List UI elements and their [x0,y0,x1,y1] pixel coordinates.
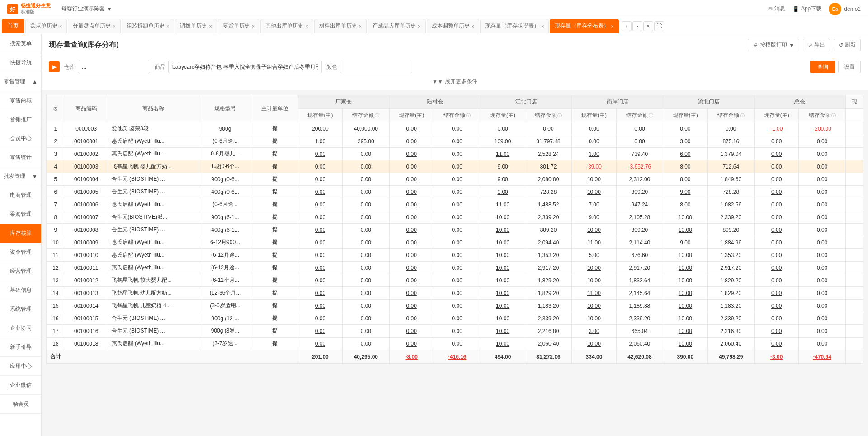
cell-cc-qty[interactable]: 0.00 [298,186,342,198]
cell-zc-qty[interactable]: 0.00 [755,211,799,224]
sidebar-item-mall[interactable]: 零售商城 [0,91,41,110]
cell-na-qty[interactable]: 10.00 [572,186,616,198]
cell-cc-qty[interactable]: 0.00 [298,312,342,325]
cell-jb-qty[interactable]: 10.00 [481,262,525,274]
tab-5-close[interactable]: × [252,23,255,29]
tab-home[interactable]: 首页 [2,19,24,33]
cell-yb-qty[interactable]: 10.00 [663,211,708,224]
cell-yb-qty[interactable]: 9.00 [663,186,708,198]
cell-yb-qty[interactable]: 6.00 [663,148,708,160]
na-amt-info[interactable]: ⓘ [649,113,653,118]
cell-lc-qty[interactable]: 0.00 [389,173,434,186]
cell-jb-qty[interactable]: 0.00 [481,122,525,135]
cell-jb-qty[interactable]: 9.00 [481,173,525,186]
cell-jb-qty[interactable]: 10.00 [481,338,525,350]
cell-jb-qty[interactable]: 9.00 [481,160,525,173]
cell-lc-qty[interactable]: 0.00 [389,287,434,300]
cell-jb-qty[interactable]: 10.00 [481,224,525,236]
cell-lc-qty[interactable]: 0.00 [389,160,434,173]
goods-input[interactable] [168,61,322,73]
cell-zc-qty[interactable]: 0.00 [755,186,799,198]
tab-menu-btn[interactable]: ⛶ [654,21,664,31]
sidebar-item-weixin[interactable]: 企业微信 [0,376,41,395]
sidebar-item-marketing[interactable]: 营销推广 [0,110,41,129]
cell-cc-qty[interactable]: 0.00 [298,148,342,160]
cell-zc-qty[interactable]: 0.00 [755,173,799,186]
tab-2[interactable]: 分量盘点单历史 × [68,19,120,33]
tab-8[interactable]: 产成品入库单历史 × [368,19,425,33]
cell-lc-qty[interactable]: 0.00 [389,198,434,211]
tab-9[interactable]: 成本调整单历史 × [427,19,479,33]
cell-yb-qty[interactable]: 8.00 [663,198,708,211]
tab-1-close[interactable]: × [59,23,62,29]
warehouse-input[interactable] [78,61,150,73]
sidebar-item-retail[interactable]: 零售管理 ▲ [0,72,41,91]
jb-amt-info[interactable]: ⓘ [557,113,562,118]
cell-yb-qty[interactable]: 10.00 [663,312,708,325]
cell-zc-qty[interactable]: -1.00 [755,122,799,135]
cell-zc-qty[interactable]: 0.00 [755,224,799,236]
tab-9-close[interactable]: × [472,23,474,29]
cell-cc-qty[interactable]: 0.00 [298,198,342,211]
cell-cc-qty[interactable]: 0.00 [298,274,342,287]
cell-jb-qty[interactable]: 10.00 [481,211,525,224]
zc-amt-info[interactable]: ⓘ [831,113,836,118]
app-download-btn[interactable]: 📱 App下载 [793,5,821,13]
cell-lc-qty[interactable]: 0.00 [389,122,434,135]
tab-2-close[interactable]: × [113,23,115,29]
cell-yb-qty[interactable]: 10.00 [663,224,708,236]
cell-na-qty[interactable]: -39.00 [572,160,616,173]
cell-jb-qty[interactable]: 109.00 [481,135,525,148]
cell-na-qty[interactable]: 10.00 [572,274,616,287]
sidebar-item-system[interactable]: 系统管理 [0,300,41,319]
cell-lc-qty[interactable]: 0.00 [389,325,434,338]
cell-cc-qty[interactable]: 1.00 [298,135,342,148]
cell-cc-qty[interactable]: 0.00 [298,160,342,173]
expand-btn[interactable]: ▼▼ 展开更多条件 [432,78,477,85]
print-btn[interactable]: 🖨 按模版打印 ▼ [748,39,799,51]
cell-zc-qty[interactable]: 0.00 [755,249,799,262]
sidebar-item-inventory[interactable]: 库存核算 [0,224,41,243]
tab-6[interactable]: 其他出库单历史 × [260,19,313,33]
export-btn[interactable]: ↗ 导出 [803,39,830,51]
cell-zc-qty[interactable]: 0.00 [755,198,799,211]
cell-jb-qty[interactable]: 10.00 [481,236,525,249]
cell-yb-qty[interactable]: 10.00 [663,274,708,287]
cell-yb-qty[interactable]: 10.00 [663,338,708,350]
cell-lc-qty[interactable]: 0.00 [389,262,434,274]
sidebar-item-nav[interactable]: 快捷导航 [0,53,41,72]
cell-yb-qty[interactable]: 3.00 [663,135,708,148]
tab-next-btn[interactable]: › [632,21,642,31]
tab-1[interactable]: 盘点单历史 × [25,19,67,33]
cell-lc-qty[interactable]: 0.00 [389,236,434,249]
tab-8-close[interactable]: × [418,23,420,29]
sidebar-item-collab[interactable]: 企业协同 [0,319,41,338]
tab-prev-btn[interactable]: ‹ [622,21,632,31]
cell-na-qty[interactable]: 3.00 [572,148,616,160]
cell-zc-qty[interactable]: 0.00 [755,262,799,274]
tab-4[interactable]: 调拨单历史 × [175,19,217,33]
cell-zc-qty[interactable]: 0.00 [755,312,799,325]
cell-yb-qty[interactable]: 8.00 [663,160,708,173]
tab-3[interactable]: 组装拆卸单历史 × [122,19,174,33]
sidebar-item-purchase[interactable]: 采购管理 [0,205,41,224]
tab-7[interactable]: 材料出库单历史 × [314,19,367,33]
cell-cc-qty[interactable]: 0.00 [298,300,342,312]
cell-yb-qty[interactable]: 10.00 [663,287,708,300]
tab-11-active[interactable]: 现存量（库存分布表）× [550,19,618,33]
cell-cc-qty[interactable]: 200.00 [298,122,342,135]
cell-cc-qty[interactable]: 0.00 [298,325,342,338]
cell-jb-qty[interactable]: 10.00 [481,249,525,262]
cell-lc-qty[interactable]: 0.00 [389,300,434,312]
cell-na-qty[interactable]: 10.00 [572,338,616,350]
cell-na-qty[interactable]: 3.00 [572,325,616,338]
cell-jb-qty[interactable]: 9.00 [481,186,525,198]
tab-10[interactable]: 现存量（库存状况表）× [480,19,549,33]
query-btn[interactable]: 查询 [810,61,835,73]
sidebar-item-member2[interactable]: 畅会员 [0,395,41,414]
industry-selector[interactable]: 母婴行业演示陈套 ▼ [61,5,112,13]
cell-na-qty[interactable]: 10.00 [572,300,616,312]
tab-3-close[interactable]: × [166,23,169,29]
tab-11-close[interactable]: × [611,23,613,29]
refresh-btn[interactable]: ↺ 刷新 [834,39,861,51]
